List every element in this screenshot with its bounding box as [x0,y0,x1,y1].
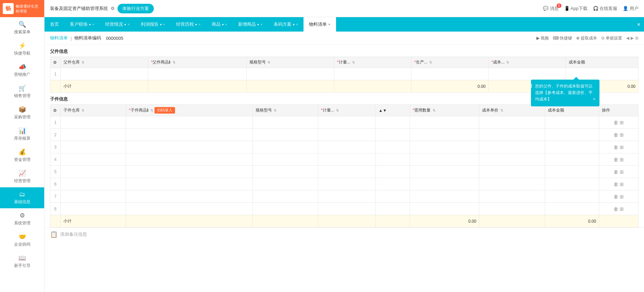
sidebar-item-label: 经营管理 [14,178,30,184]
child-row: 7 🗑⊞ [50,190,639,203]
tooltip-close-button[interactable]: × [593,96,595,103]
child-cell-need-qty-1[interactable] [410,116,479,129]
app-download[interactable]: 📱 App下载 [564,5,587,12]
tab-barcode[interactable]: 条码方案 ▾ × [268,17,304,32]
sidebar-item-purchase[interactable]: 📦 采购管理 [0,102,44,124]
close-all-tabs-icon[interactable]: ✕ [633,22,644,27]
child-cell-spec-2[interactable] [252,129,318,141]
user-avatar[interactable]: 👤 用户 [623,5,639,12]
tab-history[interactable]: 经营历程 ▾ × [171,17,206,32]
tab-goods[interactable]: 商品 ▾ × [206,17,233,32]
extract-cost-link[interactable]: ⊕ 提取成本 [576,35,597,41]
scan-input-button[interactable]: 扫码录入 [154,107,175,114]
sidebar-item-collab[interactable]: 🤝 企业协同 [0,230,44,251]
note-text[interactable]: 添加备注信息 [60,231,87,237]
tab-new-goods[interactable]: 新增商品 ▾ × [233,17,268,32]
delete-icon[interactable]: 🗑 [614,169,618,175]
copy-icon[interactable]: ⊞ [620,157,624,162]
sidebar-item-quick[interactable]: ⚡ 快捷导航 [0,38,44,60]
close-icon[interactable]: × [198,22,200,26]
header-settings-icon[interactable]: ⚙ [111,6,115,11]
sidebar-item-management[interactable]: 📈 经营管理 [0,166,44,187]
parent-cell-cost[interactable] [488,68,566,80]
child-cell-need-qty-2[interactable] [410,129,479,141]
child-cell-unit-1[interactable] [318,116,375,129]
tab-operation[interactable]: 经营情况 ▾ × [100,17,135,32]
copy-icon[interactable]: ⊞ [620,182,624,187]
grid-view-icon[interactable]: ⊞ [635,36,639,40]
tab-profit[interactable]: 利润报告 ▾ × [135,17,171,32]
sidebar-item-label: 基础信息 [14,199,30,205]
parent-cell-warehouse[interactable] [61,68,148,80]
close-icon[interactable]: × [260,22,262,26]
video-link[interactable]: ▶ 视频 [536,35,549,41]
trial-button[interactable]: 体验行业方案 [117,4,154,13]
copy-icon[interactable]: ⊞ [620,144,624,150]
parent-col-spec: 规格型号 ⇅ [247,57,334,68]
tab-home[interactable]: 首页 [45,17,64,32]
sidebar-item-marketing[interactable]: 📣 营销推广 [0,60,44,81]
child-cell-unit-cost-1[interactable] [479,116,545,129]
child-cell-unit-cost-2[interactable] [479,129,545,141]
delete-icon[interactable]: 🗑 [614,132,618,138]
sidebar-item-label: 库存核算 [14,136,30,141]
chevron-down-icon: ▾ [195,23,197,26]
tab-customer[interactable]: 客户联络 ▾ × [64,17,100,32]
child-col-warehouse: 子件仓库 ⇅ [61,105,126,116]
delete-icon[interactable]: 🗑 [614,182,618,187]
close-icon[interactable]: × [127,22,129,26]
parent-col-settings[interactable]: ⚙ [50,57,61,68]
sidebar-item-sales[interactable]: 🛒 销售管理 [0,81,44,102]
close-icon[interactable]: × [296,22,298,26]
sidebar-item-search[interactable]: 🔍 搜索菜单 [0,17,44,38]
delete-icon[interactable]: 🗑 [614,206,618,212]
delete-icon[interactable]: 🗑 [614,144,618,150]
delete-icon[interactable]: 🗑 [614,194,618,199]
tab-bom[interactable]: 物料清单 × [304,17,336,32]
copy-icon[interactable]: ⊞ [620,132,624,138]
sidebar-item-system[interactable]: ⚙ 系统管理 [0,208,44,230]
child-cell-warehouse-1[interactable] [61,116,126,129]
breadcrumb-code-label: 物料清单编码 [74,35,101,41]
next-page-icon[interactable]: ▶ [631,36,634,40]
child-cell-goods-2[interactable] [126,129,252,141]
sidebar: 畅 畅捷通好生意 标准版 🔍 搜索菜单 ⚡ 快捷导航 📣 营销推广 🛒 销售管理… [0,0,45,292]
parent-cell-unit[interactable] [334,68,411,80]
shortcut-link[interactable]: ⌨ 快捷键 [553,35,572,41]
close-icon[interactable]: × [328,22,330,26]
delete-icon[interactable]: 🗑 [614,157,618,162]
copy-icon[interactable]: ⊞ [620,120,624,125]
child-col-settings[interactable]: ⚙ [50,105,61,116]
chevron-down-icon: ▾ [293,23,295,26]
breadcrumb-bom-list[interactable]: 物料清单 [50,35,68,41]
close-icon[interactable]: × [163,22,165,26]
prev-page-icon[interactable]: ◀ [626,36,629,40]
message-wrap[interactable]: 💬 消息 6 [543,5,559,12]
close-icon[interactable]: × [92,22,94,26]
online-service[interactable]: 🎧 在线客服 [593,5,618,12]
sidebar-item-finance[interactable]: 💰 资金管理 [0,145,44,166]
child-cell-spec-1[interactable] [252,116,318,129]
parent-cell-production[interactable] [411,68,488,80]
parent-col-production: *生产... ⇅ [411,57,488,68]
child-cell-unit-2[interactable] [318,129,375,141]
delete-icon[interactable]: 🗑 [614,120,618,125]
tooltip-arrow [573,77,579,80]
parent-cell-spec[interactable] [247,68,334,80]
sidebar-item-basic[interactable]: 🗂 基础信息 [0,187,44,208]
sidebar-item-guide[interactable]: 📖 新手引导 [0,251,44,272]
child-col-unit: *计量... ⇅ [318,105,375,116]
close-icon[interactable]: × [225,22,227,26]
copy-icon[interactable]: ⊞ [620,194,624,199]
copy-icon[interactable]: ⊞ [620,206,624,212]
child-cell-goods-1[interactable] [126,116,252,129]
sidebar-item-inventory[interactable]: 📊 库存核算 [0,124,44,145]
parent-cell-goods[interactable] [148,68,246,80]
box-icon: 📦 [18,106,26,113]
copy-icon[interactable]: ⊞ [620,169,624,175]
single-settings-link[interactable]: ⊙ 单据设置 [601,35,622,41]
child-col-sort-arrows: ▲▼ [376,105,410,116]
child-cell-warehouse-2[interactable] [61,129,126,141]
child-col-spec: 规格型号 ⇅ [252,105,318,116]
child-subtotal-label: 小计 [61,215,126,227]
